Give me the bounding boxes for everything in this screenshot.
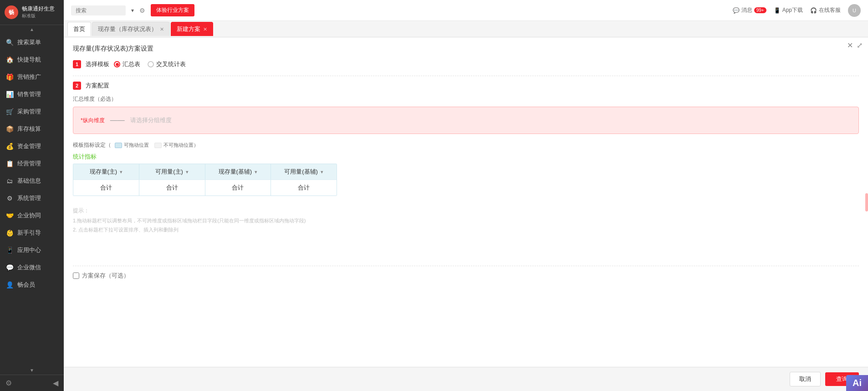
sidebar-item-label: 搜索菜单 xyxy=(17,38,41,46)
app-logo-icon: 畅 xyxy=(5,5,18,19)
legend-nodrag-label: 不可拖动位置） xyxy=(163,142,199,149)
window-controls: ✕ ⤢ xyxy=(847,41,863,50)
search-icon: 🔍 xyxy=(5,38,14,46)
sidebar-item-basic[interactable]: 🗂 基础信息 xyxy=(0,172,64,190)
user-icon: 👤 xyxy=(5,281,14,289)
sidebar-item-label: 快捷导航 xyxy=(17,56,41,64)
sidebar: 畅 畅康通好生意 标准版 ▲ 🔍 搜索菜单 🏠 快捷导航 🎁 营销推广 📊 销售… xyxy=(0,0,64,391)
sidebar-scroll-up[interactable]: ▲ xyxy=(0,25,64,34)
close-window-button[interactable]: ✕ xyxy=(847,41,853,50)
app-version: 标准版 xyxy=(22,13,55,19)
sidebar-item-wechat[interactable]: 💬 企业微信 xyxy=(0,259,64,276)
collapse-icon[interactable]: ◀ xyxy=(53,379,58,387)
step1-badge: 1 xyxy=(73,60,81,68)
sidebar-item-purchase[interactable]: 🛒 采购管理 xyxy=(0,103,64,120)
step1-title: 选择模板 xyxy=(86,60,109,68)
stats-col3-value: 合计 xyxy=(205,180,271,196)
step2-badge: 2 xyxy=(73,82,81,90)
headset-icon: 🎧 xyxy=(810,7,817,14)
sidebar-item-sales[interactable]: 📊 销售管理 xyxy=(0,86,64,103)
handshake-icon: 🤝 xyxy=(5,211,14,220)
stats-section: 统计指标 现存量(主) ▾ 可用量(主) ▾ xyxy=(73,153,859,196)
trial-button[interactable]: 体验行业方案 xyxy=(151,4,194,16)
sidebar-item-label: 应用中心 xyxy=(17,246,41,254)
dropdown-button[interactable]: ▾ xyxy=(131,7,134,14)
home-icon: 🏠 xyxy=(5,56,14,64)
sidebar-item-search[interactable]: 🔍 搜索菜单 xyxy=(0,34,64,51)
sidebar-item-appcenter[interactable]: 📱 应用中心 xyxy=(0,242,64,259)
expand-window-button[interactable]: ⤢ xyxy=(857,41,863,50)
tab-new-plan[interactable]: 新建方案 ✕ xyxy=(171,22,213,36)
step2-header: 2 方案配置 xyxy=(73,82,859,90)
dimension-label: 汇总维度（必选） xyxy=(73,95,859,103)
settings-icon[interactable]: ⚙ xyxy=(5,379,12,387)
section-divider-2 xyxy=(73,266,859,266)
stats-col2-value: 合计 xyxy=(139,180,205,196)
money-icon: 💰 xyxy=(5,142,14,150)
sidebar-item-member[interactable]: 👤 畅会员 xyxy=(0,276,64,293)
save-label: 方案保存（可选） xyxy=(82,272,129,280)
sidebar-item-newbie[interactable]: 👶 新手引导 xyxy=(0,224,64,242)
save-checkbox[interactable] xyxy=(73,273,79,279)
wechat-icon: 💬 xyxy=(5,263,14,272)
stats-col1-header[interactable]: 现存量(主) ▾ xyxy=(73,164,139,180)
app-name: 畅康通好生意 xyxy=(22,5,55,13)
sidebar-item-label: 营销推广 xyxy=(17,73,41,81)
guide-icon: 👶 xyxy=(5,229,14,237)
clipboard-icon: 📋 xyxy=(5,159,14,168)
footer: 取消 查询 xyxy=(64,367,868,391)
tips-item-2: 2. 点击标题栏下拉可设置排序、插入列和删除列 xyxy=(73,226,859,235)
customer-service-button[interactable]: 🎧 在线客服 xyxy=(810,6,841,14)
radio-summary-circle xyxy=(114,61,120,67)
sidebar-item-enterprise[interactable]: 🤝 企业协同 xyxy=(0,207,64,224)
col3-dropdown-icon[interactable]: ▾ xyxy=(255,169,257,175)
sidebar-scroll-down[interactable]: ▼ xyxy=(0,366,64,375)
sidebar-item-marketing[interactable]: 🎁 营销推广 xyxy=(0,68,64,86)
search-input[interactable] xyxy=(71,5,126,15)
legend-drag-box xyxy=(115,143,122,148)
tips-item-1: 1.拖动标题栏可以调整布局，不可跨维度或指标区域拖动栏目字段(只能在同一维度或指… xyxy=(73,216,859,226)
sidebar-item-label: 采购管理 xyxy=(17,108,41,116)
stats-title: 统计指标 xyxy=(73,153,859,161)
stats-col4-value: 合计 xyxy=(271,180,337,196)
sidebar-item-inventory[interactable]: 📦 库存核算 xyxy=(0,120,64,138)
sidebar-item-finance[interactable]: 💰 资金管理 xyxy=(0,138,64,155)
tab-inventory-status[interactable]: 现存量（库存状况表） ✕ xyxy=(92,22,170,36)
legend-drag-item: 可拖动位置 xyxy=(115,142,149,149)
radio-cross[interactable]: 交叉统计表 xyxy=(148,60,186,68)
legend-drag-label: 可拖动位置 xyxy=(124,142,149,149)
indicator-legend: 可拖动位置 不可拖动位置） xyxy=(115,142,199,149)
chart-icon: 📊 xyxy=(5,90,14,98)
col2-dropdown-icon[interactable]: ▾ xyxy=(186,169,189,175)
radio-summary[interactable]: 汇总表 xyxy=(114,60,140,68)
ai-badge[interactable]: Ai xyxy=(846,375,868,391)
message-button[interactable]: 💬 消息 99+ xyxy=(733,6,766,14)
page-title: 现存量(库存状况表)方案设置 xyxy=(73,45,859,53)
close-tab-new-plan[interactable]: ✕ xyxy=(203,26,207,32)
stats-col2-header[interactable]: 可用量(主) ▾ xyxy=(139,164,205,180)
topbar-right: 💬 消息 99+ 📱 App下载 🎧 在线客服 U xyxy=(733,4,861,17)
sidebar-item-operations[interactable]: 📋 经营管理 xyxy=(0,155,64,172)
col4-dropdown-icon[interactable]: ▾ xyxy=(321,169,323,175)
app-download-button[interactable]: 📱 App下载 xyxy=(774,6,803,14)
stats-col4-header[interactable]: 可用量(基辅) ▾ xyxy=(271,164,337,180)
tips-section: 提示： 1.拖动标题栏可以调整布局，不可跨维度或指标区域拖动栏目字段(只能在同一… xyxy=(73,203,859,238)
sidebar-item-system[interactable]: ⚙ 系统管理 xyxy=(0,190,64,207)
template-radio-group: 汇总表 交叉统计表 xyxy=(114,60,186,68)
step1-section: 1 选择模板 汇总表 交叉统计表 xyxy=(73,60,859,68)
gear-icon[interactable]: ⚙ xyxy=(139,7,145,14)
legend-nodrag-item: 不可拖动位置） xyxy=(154,142,199,149)
cancel-button[interactable]: 取消 xyxy=(790,372,821,386)
stats-header-row: 现存量(主) ▾ 可用量(主) ▾ 现存量(基辅) ▾ xyxy=(73,164,337,180)
sidebar-item-shortcut[interactable]: 🏠 快捷导航 xyxy=(0,51,64,68)
col1-dropdown-icon[interactable]: ▾ xyxy=(120,169,123,175)
message-icon: 💬 xyxy=(733,7,740,14)
user-avatar[interactable]: U xyxy=(848,4,861,17)
stats-table: 现存量(主) ▾ 可用量(主) ▾ 现存量(基辅) ▾ xyxy=(73,164,337,196)
tabs-bar: 首页 现存量（库存状况表） ✕ 新建方案 ✕ xyxy=(64,21,868,37)
close-tab-inventory[interactable]: ✕ xyxy=(160,26,164,32)
stats-col3-header[interactable]: 现存量(基辅) ▾ xyxy=(205,164,271,180)
tab-home[interactable]: 首页 xyxy=(67,22,91,36)
phone-icon: 📱 xyxy=(774,7,781,14)
main-area: ▾ ⚙ 体验行业方案 💬 消息 99+ 📱 App下载 🎧 在线客服 U 首页 xyxy=(64,0,868,391)
